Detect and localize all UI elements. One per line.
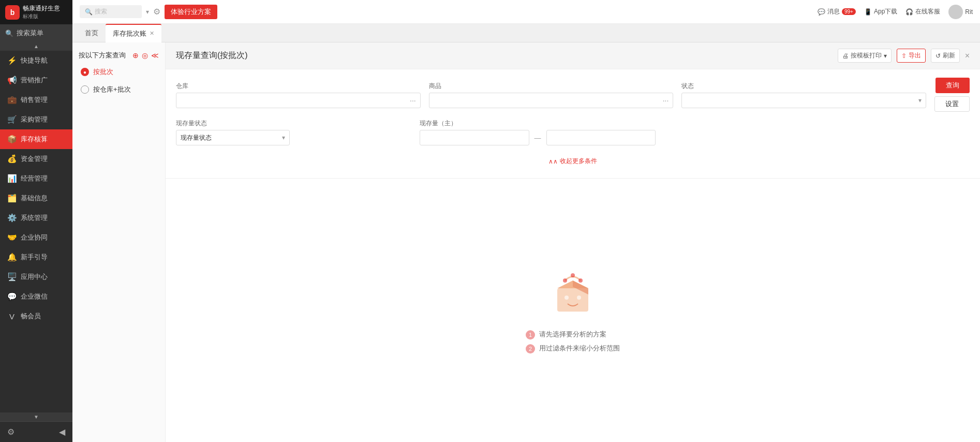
filter-field-warehouse: 仓库 ···: [176, 82, 421, 108]
print-template-button[interactable]: 🖨 按模板打印 ▾: [838, 49, 892, 63]
refresh-button[interactable]: ↺ 刷新: [931, 49, 960, 63]
topbar: 🔍 搜索 ▾ ⚙ 体验行业方案 💬 消息 99+ 📱 App下载 🎧 在线客服 …: [72, 0, 980, 24]
online-service-item[interactable]: 🎧 在线客服: [905, 7, 940, 16]
inventory-status-chevron-icon: ▾: [282, 134, 285, 141]
product-input-wrap[interactable]: ···: [429, 93, 674, 108]
filter-item-by-warehouse-batch-label: 按仓库+批次: [93, 85, 131, 94]
topbar-chevron-icon[interactable]: ▾: [146, 8, 149, 16]
sidebar-scroll-down[interactable]: ▼: [0, 412, 72, 421]
inventory-status-select[interactable]: 现存量状态: [181, 134, 282, 141]
sidebar-item-newguide[interactable]: 🔔 新手引导: [0, 247, 72, 267]
messages-item[interactable]: 💬 消息 99+: [818, 7, 856, 16]
nav-icon-finance: 💰: [7, 154, 17, 164]
product-input[interactable]: [434, 97, 663, 104]
topbar-right: 💬 消息 99+ 📱 App下载 🎧 在线客服 Rit: [818, 5, 973, 19]
sidebar-item-system[interactable]: ⚙️ 系统管理: [0, 208, 72, 228]
status-chevron-icon: ▾: [918, 97, 922, 104]
trial-button[interactable]: 体验行业方案: [165, 5, 217, 19]
sidebar-scroll-up[interactable]: ▲: [0, 42, 72, 51]
app-download-item[interactable]: 📱 App下载: [864, 7, 897, 16]
topbar-gear-icon[interactable]: ⚙: [153, 7, 160, 17]
settings-scheme-icon[interactable]: ◎: [142, 51, 148, 60]
inventory-qty-from-input[interactable]: [424, 134, 524, 141]
inventory-status-select-wrap[interactable]: 现存量状态 ▾: [176, 130, 290, 145]
phone-icon: 📱: [864, 8, 872, 16]
product-label: 商品: [429, 82, 674, 91]
sidebar-item-operations[interactable]: 📊 经营管理: [0, 169, 72, 188]
sidebar-item-marketing[interactable]: 📢 营销推广: [0, 70, 72, 90]
sidebar-item-inventory[interactable]: 📦 库存核算: [0, 129, 72, 149]
print-chevron-icon: ▾: [884, 52, 887, 60]
export-button[interactable]: ⇧ 导出: [897, 49, 926, 63]
svg-point-5: [563, 278, 567, 283]
tab-batch-inventory[interactable]: 库存批次账 ✕: [106, 24, 161, 42]
nav-icon-basics: 🗂️: [7, 194, 17, 203]
sidebar-item-purchase[interactable]: 🛒 采购管理: [0, 110, 72, 129]
export-icon: ⇧: [901, 52, 907, 60]
nav-icon-marketing: 📢: [7, 76, 17, 85]
query-button[interactable]: 查询: [936, 78, 970, 93]
app-download-label: App下载: [874, 7, 897, 16]
collapse-sidebar-icon[interactable]: ◀: [59, 427, 65, 437]
filter-item-by-batch[interactable]: ● 按批次: [72, 63, 165, 81]
filter-item-by-batch-label: 按批次: [93, 67, 113, 77]
sidebar-item-quicknav[interactable]: ⚡ 快捷导航: [0, 51, 72, 70]
svg-point-7: [578, 278, 583, 283]
sidebar-item-finance[interactable]: 💰 资金管理: [0, 149, 72, 169]
topbar-search[interactable]: 🔍 搜索: [80, 5, 142, 18]
user-item[interactable]: Rit: [948, 5, 973, 19]
settings-icon[interactable]: ⚙: [7, 427, 14, 437]
collapse-panel-icon[interactable]: ≪: [151, 51, 159, 60]
warehouse-input-wrap[interactable]: ···: [176, 93, 421, 108]
sidebar-item-appcenter[interactable]: 🖥️ 应用中心: [0, 267, 72, 287]
filter-field-inventory-status: 现存量状态 现存量状态 ▾: [176, 119, 411, 145]
add-scheme-icon[interactable]: ⊕: [132, 51, 139, 60]
tip-num-2: 2: [526, 344, 535, 353]
refresh-icon: ↺: [936, 52, 941, 60]
right-panel: 现存量查询(按批次) 🖨 按模板打印 ▾ ⇧ 导出 ↺ 刷新: [166, 42, 980, 442]
status-select[interactable]: [686, 97, 918, 104]
filter-field-status: 状态 ▾: [681, 82, 926, 108]
tab-batch-inventory-label: 库存批次账: [113, 29, 146, 38]
inventory-qty-to-wrap[interactable]: [546, 130, 656, 145]
svg-point-4: [577, 296, 581, 300]
filter-field-inventory-qty: 现存量（主） —: [420, 119, 655, 145]
message-icon: 💬: [818, 8, 825, 16]
sidebar-item-member[interactable]: V 畅会员: [0, 306, 72, 326]
inventory-qty-from-wrap[interactable]: [420, 130, 529, 145]
app-logo: b: [5, 5, 20, 20]
tab-close-icon[interactable]: ✕: [150, 30, 154, 37]
nav-label-purchase: 采购管理: [21, 115, 48, 124]
sidebar-item-sales[interactable]: 💼 销售管理: [0, 90, 72, 110]
content-area: 按以下方案查询 ⊕ ◎ ≪ ● 按批次 按仓库+批次 现存量查询(按批次): [72, 42, 980, 442]
nav-label-enterprise: 企业协同: [21, 233, 48, 242]
collapse-label: 收起更多条件: [560, 157, 597, 166]
inventory-qty-dash: —: [532, 134, 543, 142]
warehouse-label: 仓库: [176, 82, 421, 91]
status-select-wrap[interactable]: ▾: [681, 93, 926, 108]
main-area: 🔍 搜索 ▾ ⚙ 体验行业方案 💬 消息 99+ 📱 App下载 🎧 在线客服 …: [72, 0, 980, 442]
nav-label-newguide: 新手引导: [21, 253, 48, 262]
sidebar-item-basics[interactable]: 🗂️ 基础信息: [0, 188, 72, 208]
filter-field-product: 商品 ···: [429, 82, 674, 108]
page-header-actions: 🖨 按模板打印 ▾ ⇧ 导出 ↺ 刷新 ×: [838, 49, 970, 63]
settings-button[interactable]: 设置: [934, 96, 970, 112]
tab-home[interactable]: 首页: [78, 24, 106, 42]
inventory-qty-label: 现存量（主）: [420, 119, 655, 128]
active-dot-icon: ●: [81, 68, 89, 76]
nav-label-corpwechat: 企业微信: [21, 292, 48, 301]
product-dots[interactable]: ···: [663, 96, 669, 105]
sidebar-search[interactable]: 🔍 搜索菜单: [0, 24, 72, 42]
filter-panel: 按以下方案查询 ⊕ ◎ ≪ ● 按批次 按仓库+批次: [72, 42, 166, 442]
warehouse-dots[interactable]: ···: [410, 96, 416, 105]
filter-item-by-warehouse-batch[interactable]: 按仓库+批次: [72, 81, 165, 98]
warehouse-input[interactable]: [181, 97, 410, 104]
collapse-more-btn[interactable]: ∧∧ 收起更多条件: [176, 153, 970, 170]
topbar-search-icon: 🔍: [85, 8, 93, 16]
close-page-button[interactable]: ×: [965, 51, 970, 61]
sidebar-item-corpwechat[interactable]: 💬 企业微信: [0, 287, 72, 306]
sidebar-item-enterprise[interactable]: 🤝 企业协同: [0, 228, 72, 247]
nav-label-appcenter: 应用中心: [21, 272, 48, 282]
inventory-qty-to-input[interactable]: [551, 134, 651, 141]
app-version: 标准版: [23, 13, 60, 20]
